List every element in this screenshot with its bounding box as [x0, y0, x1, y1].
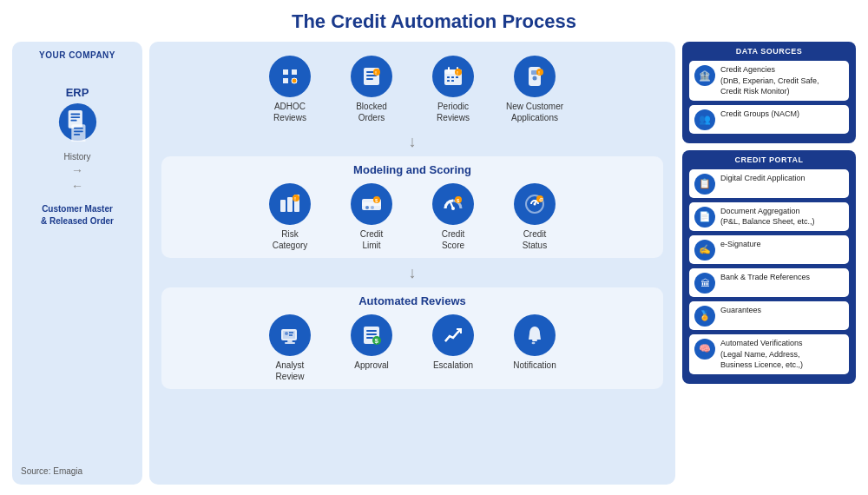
newcustomer-icon: !: [514, 56, 556, 97]
svg-text:!: !: [457, 70, 458, 76]
modeling-section: Modeling and Scoring ! RiskC: [161, 156, 663, 258]
source-label: Source: Emagia: [21, 466, 82, 476]
svg-rect-20: [447, 76, 450, 78]
svg-point-49: [534, 203, 536, 206]
bank-trade-icon: 🏛: [694, 273, 715, 294]
customer-master-label: Customer Master& Released Order: [41, 203, 114, 228]
approval-label: Approval: [354, 360, 388, 371]
svg-point-29: [533, 76, 537, 81]
portal-doc-aggregation: 📄 Document Aggregation(P&L, Balance Shee…: [689, 202, 849, 231]
periodic-icon: !: [432, 56, 474, 97]
svg-rect-6: [74, 128, 83, 129]
bank-trade-text: Bank & Trade References: [720, 272, 810, 283]
creditlimit-label: CreditLimit: [360, 228, 384, 251]
icon-analyst: AnalystReview: [255, 314, 325, 382]
credit-portal-section: CREDIT PORTAL 📋 Digital Credit Applicati…: [682, 150, 856, 384]
data-sources-section: DATA SOURCES 🏦 Credit Agencies(DnB, Expe…: [682, 42, 856, 143]
svg-rect-7: [74, 130, 83, 132]
risk-icon: !: [269, 183, 311, 225]
top-icons-row: ADHOCReviews ! BlockedOrders: [161, 50, 663, 127]
svg-text:!: !: [538, 70, 540, 76]
svg-point-44: [451, 207, 455, 210]
erp-label: ERP: [66, 86, 89, 99]
icon-approval: $ Approval: [337, 314, 406, 382]
arrow-down-1: ↓: [161, 134, 663, 149]
icon-blocked: ! BlockedOrders: [337, 56, 406, 123]
auto-verify-text: Automated Verifications(Legal Name, Addr…: [720, 338, 803, 371]
icon-notification: Notification: [500, 314, 569, 382]
svg-text:!: !: [375, 70, 377, 76]
automated-title: Automated Reviews: [172, 294, 653, 307]
newcustomer-label: New CustomerApplications: [506, 101, 563, 123]
icon-creditscore: $ CreditScore: [418, 183, 488, 251]
icon-creditstatus: ⏱ CreditStatus: [500, 183, 569, 251]
svg-rect-18: [448, 67, 450, 72]
digital-app-icon: 📋: [694, 174, 715, 195]
arrow-left-icon: ←: [71, 179, 83, 193]
svg-text:!: !: [294, 196, 296, 201]
svg-rect-23: [447, 80, 450, 82]
approval-icon: $: [351, 314, 392, 356]
creditlimit-icon: $: [351, 183, 392, 225]
svg-rect-32: [280, 200, 286, 212]
guarantees-text: Guarantees: [720, 305, 761, 316]
svg-point-54: [285, 332, 288, 335]
left-panel-title: YOUR COMPANY: [39, 50, 115, 60]
icon-risk: ! RiskCategory: [255, 183, 325, 251]
credit-agencies-text: Credit Agencies(DnB, Experian, Credit Sa…: [720, 64, 819, 97]
icon-adhoc: ADHOCReviews: [255, 56, 325, 123]
adhoc-label: ADHOCReviews: [273, 101, 306, 123]
svg-rect-61: [366, 333, 377, 335]
credit-portal-title: CREDIT PORTAL: [689, 155, 849, 164]
notification-label: Notification: [513, 360, 556, 371]
creditstatus-label: CreditStatus: [523, 228, 547, 251]
analyst-label: AnalystReview: [276, 360, 305, 382]
arrow-right-icon: →: [71, 163, 83, 177]
creditscore-icon: $: [432, 183, 474, 225]
svg-point-39: [365, 206, 369, 209]
svg-rect-33: [287, 197, 293, 212]
svg-rect-24: [451, 80, 454, 82]
portal-bank-trade: 🏛 Bank & Trade References: [689, 268, 849, 297]
center-panel: ADHOCReviews ! BlockedOrders: [149, 42, 675, 485]
esignature-icon: ✍: [694, 240, 715, 261]
portal-guarantees: 🏅 Guarantees: [689, 301, 849, 330]
svg-rect-4: [70, 120, 76, 122]
svg-rect-65: [532, 340, 537, 341]
svg-rect-62: [366, 337, 373, 339]
portal-digital-app: 📋 Digital Credit Application: [689, 169, 849, 198]
blocked-icon: !: [351, 56, 392, 97]
analyst-icon: [269, 314, 311, 356]
digital-app-text: Digital Credit Application: [720, 173, 806, 184]
automated-section: Automated Reviews: [161, 287, 663, 389]
escalation-label: Escalation: [433, 360, 473, 371]
notification-icon: [514, 314, 556, 356]
credit-groups-text: Credit Groups (NACM): [720, 109, 799, 120]
erp-icon: [58, 102, 97, 145]
esignature-text: e-Signature: [720, 239, 761, 250]
adhoc-icon: [269, 56, 311, 97]
creditstatus-icon: ⏱: [514, 183, 556, 225]
data-source-credit-agencies: 🏦 Credit Agencies(DnB, Experian, Credit …: [689, 61, 849, 101]
arrow-down-2: ↓: [161, 265, 663, 280]
svg-rect-5: [71, 124, 85, 142]
doc-aggregation-text: Document Aggregation(P&L, Balance Sheet,…: [720, 206, 815, 228]
icon-newcustomer: ! New CustomerApplications: [500, 56, 569, 123]
erp-section: ERP History: [41, 86, 114, 228]
auto-verify-icon: 🧠: [694, 339, 715, 360]
history-label: History: [63, 152, 90, 162]
svg-point-9: [292, 78, 297, 83]
svg-rect-3: [70, 116, 80, 118]
svg-rect-60: [366, 330, 377, 332]
data-source-credit-groups: 👥 Credit Groups (NACM): [689, 105, 849, 134]
automated-icons-row: AnalystReview $: [172, 314, 653, 382]
right-panel: DATA SOURCES 🏦 Credit Agencies(DnB, Expe…: [682, 42, 856, 485]
modeling-title: Modeling and Scoring: [172, 163, 653, 176]
svg-rect-2: [70, 114, 80, 116]
data-sources-title: DATA SOURCES: [689, 47, 849, 56]
portal-esignature: ✍ e-Signature: [689, 235, 849, 264]
svg-rect-8: [74, 134, 80, 135]
portal-auto-verify: 🧠 Automated Verifications(Legal Name, Ad…: [689, 334, 849, 374]
creditscore-label: CreditScore: [442, 228, 465, 251]
blocked-label: BlockedOrders: [356, 101, 387, 123]
